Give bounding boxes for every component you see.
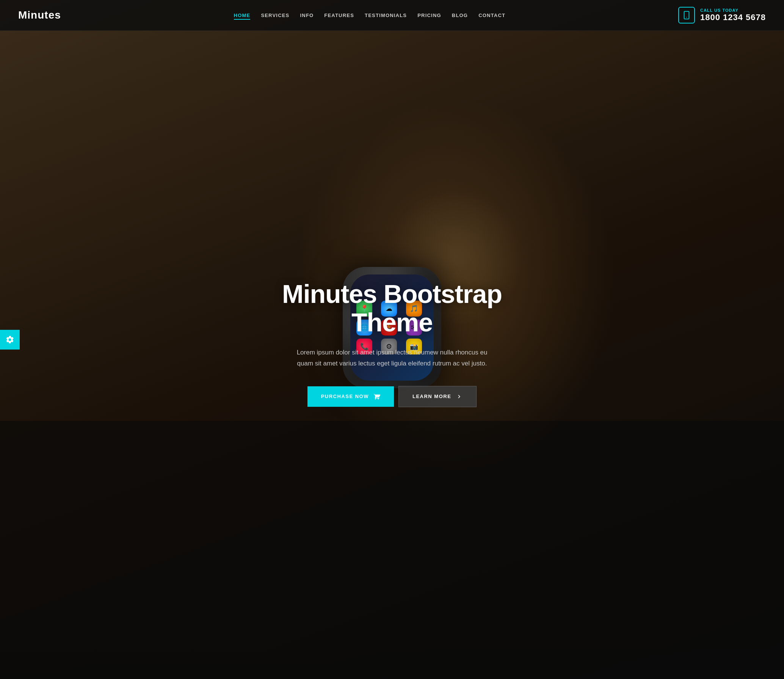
nav-link-home[interactable]: HOME bbox=[234, 13, 251, 20]
learn-more-button[interactable]: LEARN MORE bbox=[398, 386, 477, 407]
hero-section: 📍 ☁ 🎵 🌐 🏃 ✉ 📞 ⚙ 📸 Minutes HOME SERVICES … bbox=[0, 0, 784, 679]
hero-title: Minutes Bootstrap Theme bbox=[240, 280, 544, 337]
hero-buttons: PURCHASE NOW LEARN MORE bbox=[307, 386, 477, 407]
nav-link-blog[interactable]: BLOG bbox=[452, 13, 468, 18]
learn-more-label: LEARN MORE bbox=[412, 394, 451, 399]
nav-link-contact[interactable]: CONTACT bbox=[478, 13, 505, 18]
cart-icon bbox=[373, 393, 380, 400]
call-label: CALL US TODAY bbox=[700, 8, 766, 13]
purchase-now-label: PURCHASE NOW bbox=[321, 394, 369, 399]
chevron-right-icon bbox=[456, 393, 463, 400]
nav-item-features[interactable]: FEATURES bbox=[324, 12, 354, 19]
nav-link-info[interactable]: INFO bbox=[300, 13, 314, 18]
navbar: Minutes HOME SERVICES INFO FEATURES TEST… bbox=[0, 0, 784, 31]
nav-link-pricing[interactable]: PRICING bbox=[417, 13, 441, 18]
nav-link-features[interactable]: FEATURES bbox=[324, 13, 354, 18]
phone-number: 1800 1234 5678 bbox=[700, 13, 766, 22]
nav-item-contact[interactable]: CONTACT bbox=[478, 12, 505, 19]
brand-logo[interactable]: Minutes bbox=[18, 9, 61, 21]
nav-item-testimonials[interactable]: TESTIMONIALS bbox=[365, 12, 407, 19]
phone-info: CALL US TODAY 1800 1234 5678 bbox=[700, 8, 766, 22]
svg-rect-0 bbox=[684, 11, 689, 19]
nav-item-services[interactable]: SERVICES bbox=[261, 12, 289, 19]
purchase-now-button[interactable]: PURCHASE NOW bbox=[307, 386, 394, 407]
hero-subtitle: Lorem ipsum dolor sit amet ipsum lectus … bbox=[293, 347, 491, 369]
nav-item-home[interactable]: HOME bbox=[234, 12, 251, 19]
gear-icon bbox=[5, 335, 14, 344]
nav-item-info[interactable]: INFO bbox=[300, 12, 314, 19]
nav-links: HOME SERVICES INFO FEATURES TESTIMONIALS… bbox=[234, 12, 506, 19]
nav-link-testimonials[interactable]: TESTIMONIALS bbox=[365, 13, 407, 18]
hero-content: Minutes Bootstrap Theme Lorem ipsum dolo… bbox=[0, 8, 784, 679]
settings-button[interactable] bbox=[0, 330, 20, 350]
nav-item-pricing[interactable]: PRICING bbox=[417, 12, 441, 19]
phone-icon bbox=[678, 7, 695, 24]
contact-info: CALL US TODAY 1800 1234 5678 bbox=[678, 7, 766, 24]
nav-link-services[interactable]: SERVICES bbox=[261, 13, 289, 18]
nav-item-blog[interactable]: BLOG bbox=[452, 12, 468, 19]
